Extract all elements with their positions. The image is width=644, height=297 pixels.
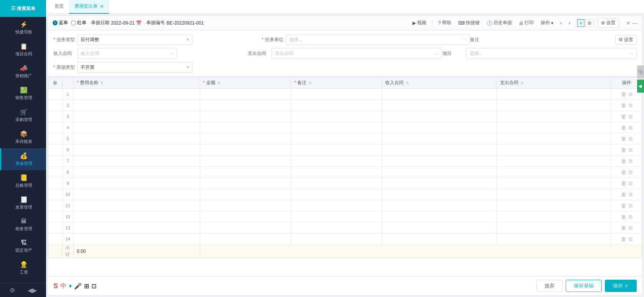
income-contract-cell[interactable]: [382, 100, 497, 111]
amount-cell[interactable]: [200, 89, 291, 100]
expense-name-cell[interactable]: [74, 167, 200, 178]
amount-cell[interactable]: [200, 133, 291, 144]
invoice-type-select[interactable]: 不开票 ▾: [77, 62, 192, 73]
notes-cell[interactable]: [291, 234, 382, 245]
delete-icon-9[interactable]: 🗑: [621, 180, 626, 186]
amount-cell[interactable]: [200, 167, 291, 178]
amount-cell[interactable]: [200, 178, 291, 189]
notes-cell[interactable]: [291, 189, 382, 200]
radio-blue-label[interactable]: 蓝单: [53, 20, 68, 26]
sidebar-item-payroll[interactable]: 👷 工资: [0, 257, 46, 279]
window-min-btn[interactable]: —: [632, 20, 637, 26]
amount-cell[interactable]: [200, 211, 291, 222]
expense-name-cell[interactable]: [74, 122, 200, 133]
expense-name-cell[interactable]: [74, 178, 200, 189]
delete-icon-5[interactable]: 🗑: [621, 136, 626, 142]
counterpart-select[interactable]: 选择... ···: [286, 34, 470, 45]
amount-cell[interactable]: [200, 200, 291, 211]
expense-name-cell[interactable]: [74, 111, 200, 122]
th-notes[interactable]: * 备注 ⇅: [291, 77, 382, 89]
income-contract-cell[interactable]: [382, 144, 497, 156]
next-btn[interactable]: ›: [567, 20, 572, 27]
amount-cell[interactable]: [200, 234, 291, 245]
amount-cell[interactable]: [200, 156, 291, 167]
delete-icon-11[interactable]: 🗑: [621, 202, 626, 209]
copy-icon-8[interactable]: ⧉: [629, 169, 632, 176]
income-contract-cell[interactable]: [382, 234, 497, 245]
copy-icon-11[interactable]: ⧉: [629, 202, 632, 209]
sidebar-item-quick-nav[interactable]: ⚡ 快捷导航: [0, 17, 46, 39]
notes-cell[interactable]: [291, 89, 382, 100]
sidebar-item-invoice-mgmt[interactable]: 🧾 发票管理: [0, 192, 46, 214]
radio-blue[interactable]: [53, 20, 58, 25]
notes-cell[interactable]: [291, 122, 382, 133]
copy-icon-10[interactable]: ⧉: [629, 191, 632, 198]
notes-cell[interactable]: [291, 100, 382, 111]
expense-contract-cell[interactable]: [497, 156, 611, 167]
save-button[interactable]: 保存 ∨: [605, 280, 637, 292]
view-grid-btn[interactable]: ⊞: [585, 19, 594, 27]
tab-expense-close[interactable]: ✕: [100, 4, 104, 9]
footer-icon-s[interactable]: S: [53, 282, 58, 290]
print-btn[interactable]: 🖨 打印: [517, 19, 535, 27]
view-list-btn[interactable]: ≡: [577, 19, 584, 27]
income-contract-cell[interactable]: [382, 178, 497, 189]
shortcut-btn[interactable]: ⌨ 快捷键: [457, 19, 481, 27]
copy-icon-9[interactable]: ⧉: [629, 180, 632, 187]
notes-cell[interactable]: [291, 222, 382, 234]
delete-icon-13[interactable]: 🗑: [621, 225, 626, 231]
expense-contract-cell[interactable]: [497, 189, 611, 200]
income-contract-cell[interactable]: [382, 133, 497, 144]
form-settings-btn[interactable]: ⚙ 设置: [615, 35, 637, 45]
settings-footer-icon[interactable]: ⚙: [10, 287, 15, 294]
sidebar-item-marketing[interactable]: 📣 营销推广: [0, 61, 46, 83]
project-dots[interactable]: ···: [629, 51, 633, 56]
amount-cell[interactable]: [200, 111, 291, 122]
business-type-select[interactable]: 应付调整 ▾: [77, 34, 192, 45]
radio-red-label[interactable]: 红单: [71, 20, 86, 26]
expense-name-cell[interactable]: [74, 89, 200, 100]
income-contract-cell[interactable]: [382, 167, 497, 178]
expense-contract-dots[interactable]: ···: [435, 51, 439, 56]
expense-name-cell[interactable]: [74, 156, 200, 167]
attachment-tab[interactable]: 📎: [637, 65, 644, 78]
tab-home[interactable]: 首页: [49, 0, 69, 14]
notes-cell[interactable]: [291, 211, 382, 222]
copy-icon-7[interactable]: ⧉: [629, 158, 632, 164]
copy-icon-13[interactable]: ⧉: [629, 225, 632, 231]
save-draft-button[interactable]: 保存草稿: [566, 280, 602, 292]
expense-contract-cell[interactable]: [497, 122, 611, 133]
settings-btn[interactable]: ⚙ 设置: [598, 18, 619, 28]
copy-icon-3[interactable]: ⧉: [629, 113, 632, 120]
income-contract-cell[interactable]: [382, 89, 497, 100]
expense-contract-cell[interactable]: [497, 200, 611, 211]
income-contract-dots[interactable]: ···: [170, 51, 174, 56]
sidebar-item-ledger-mgmt[interactable]: 📒 总账管理: [0, 170, 46, 192]
amount-cell[interactable]: [200, 144, 291, 156]
expense-name-cell[interactable]: [74, 189, 200, 200]
notes-cell[interactable]: [291, 156, 382, 167]
expense-contract-select[interactable]: 支出合同 ···: [272, 48, 442, 59]
calendar-icon[interactable]: 📅: [136, 20, 142, 26]
income-contract-cell[interactable]: [382, 156, 497, 167]
expense-name-cell[interactable]: [74, 222, 200, 234]
income-contract-cell[interactable]: [382, 200, 497, 211]
operate-btn[interactable]: 操作 ▾: [539, 19, 555, 27]
th-expense-contract[interactable]: 支出合同 ⇅: [497, 77, 611, 89]
delete-icon-10[interactable]: 🗑: [621, 191, 626, 197]
expense-contract-cell[interactable]: [497, 222, 611, 234]
delete-icon-7[interactable]: 🗑: [621, 158, 626, 164]
footer-icon-mic[interactable]: 🎤: [74, 282, 82, 290]
th-income-contract[interactable]: 收入合同 ⇅: [382, 77, 497, 89]
counterpart-dots[interactable]: ···: [463, 37, 467, 42]
delete-icon-4[interactable]: 🗑: [621, 124, 626, 131]
copy-icon-2[interactable]: ⧉: [629, 102, 632, 109]
window-close-btn[interactable]: ✕: [626, 20, 631, 26]
green-side-tab[interactable]: ◀: [637, 80, 644, 93]
sidebar-item-purchase-mgmt[interactable]: 🛒 采购管理: [0, 105, 46, 126]
copy-icon-6[interactable]: ⧉: [629, 147, 632, 153]
delete-icon-1[interactable]: 🗑: [621, 91, 626, 97]
expense-contract-cell[interactable]: [497, 100, 611, 111]
expense-name-cell[interactable]: [74, 144, 200, 156]
amount-cell[interactable]: [200, 100, 291, 111]
